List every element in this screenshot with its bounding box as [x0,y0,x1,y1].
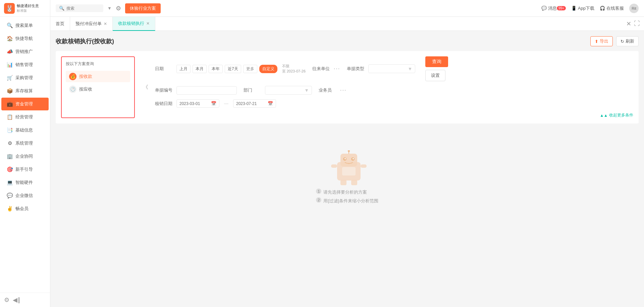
partner-dots-btn[interactable]: ··· [334,66,340,72]
sidebar-item-finance[interactable]: 💼 资金管理 [1,98,49,110]
sidebar-item-hardware[interactable]: 💻 智能硬件 [1,176,49,189]
industry-solution-btn[interactable]: 休验行业方案 [125,3,161,13]
sidebar-item-wechat[interactable]: 💬 企业微信 [1,189,49,202]
verify-date-end-wrap[interactable]: 📅 [233,99,276,108]
system-icon: ⚙ [7,140,13,146]
svg-rect-8 [331,164,337,168]
sidebar: 🐰 畅捷通好生意 标准版 🔍 搜索菜单 🏠 快捷导航 📣 营销推广 📊 销售管理… [0,0,50,307]
search-icon: 🔍 [59,6,64,11]
date-filter: 上月 本月 本年 近7天 更多 自定义 [176,65,277,73]
sidebar-nav: 🔍 搜索菜单 🏠 快捷导航 📣 营销推广 📊 销售管理 🛒 采购管理 📦 库存核… [0,17,50,293]
settings-gear-icon[interactable]: ⚙ [4,296,9,304]
dept-select[interactable]: ▼ [265,86,312,95]
sidebar-item-member[interactable]: ✌ 畅会员 [1,202,49,215]
verify-date-label: 核销日期 [155,101,174,107]
tab-close-receipt[interactable]: ✕ [146,21,150,26]
refresh-btn[interactable]: ↻ 刷新 [616,36,639,46]
enterprise-icon: 🏢 [7,153,13,159]
partner-label: 往来单位 [312,66,331,72]
doc-type-field: 单据类型 ▼ [347,64,415,73]
user-avatar: Rit [629,4,639,13]
sidebar-item-system[interactable]: ⚙ 系统管理 [1,137,49,150]
page-content: 收款核销执行(按收款) ⬆ 导出 ↻ 刷新 按以下方案查询 💰 按收款 [50,31,644,307]
message-btn[interactable]: 💬 消息 99+ [541,5,566,11]
date-btn-last-month[interactable]: 上月 [176,65,191,73]
online-service-btn[interactable]: 🎧 在线客服 [600,5,624,11]
tab-close-prepay[interactable]: ✕ [104,21,107,26]
verify-date-start-input[interactable] [179,101,210,106]
search-input[interactable] [66,6,100,11]
sidebar-item-purchase[interactable]: 🛒 采购管理 [1,71,49,84]
wechat-icon: 💬 [7,193,13,199]
sidebar-item-base-info[interactable]: 📑 基础信息 [1,124,49,137]
more-conditions-btn[interactable]: ▲▲ 收起更多条件 [155,112,633,118]
date-btn-this-year[interactable]: 本年 [209,65,223,73]
sidebar-item-inventory[interactable]: 📦 库存核算 [1,85,49,97]
sidebar-item-guide[interactable]: 🎯 新手引导 [1,163,49,176]
tabbar: 首页 预付冲应付单 ✕ 收款核销执行 ✕ ✕ ⛶ [50,17,644,31]
collapse-sidebar-btn[interactable]: ◀‖ [13,296,20,304]
filter-collapse-btn[interactable]: 《 [142,56,150,118]
verify-date-start-wrap[interactable]: 📅 [176,99,219,108]
topbar-search[interactable]: 🔍 [56,4,103,12]
query-buttons: 查询 设置 [425,56,448,81]
sidebar-footer: ⚙ ◀‖ [0,293,50,307]
tab-prepay[interactable]: 预付冲应付单 ✕ [70,17,113,31]
tab-receipt[interactable]: 收款核销执行 ✕ [113,17,155,31]
verify-date-end-input[interactable] [236,101,266,106]
sidebar-item-sales[interactable]: 📊 销售管理 [1,58,49,71]
expand-tab-btn[interactable]: ⛶ [634,20,640,27]
date-btn-last-7days[interactable]: 近7天 [225,65,241,73]
cal-icon-end[interactable]: 📅 [268,101,273,106]
home-icon: 🏠 [7,36,13,42]
user-menu-btn[interactable]: Rit [629,4,639,13]
dept-label: 部门 [244,87,262,93]
by-receipt-icon: 💰 [69,73,76,80]
refresh-icon: ↻ [621,39,624,44]
export-btn[interactable]: ⬆ 导出 [590,36,613,46]
topbar-gear-icon[interactable]: ⚙ [116,5,121,12]
setting-btn[interactable]: 设置 [425,70,445,81]
doc-no-input[interactable] [179,88,234,93]
svg-point-4 [344,158,346,159]
date-btn-this-month[interactable]: 本月 [193,65,207,73]
sidebar-item-marketing[interactable]: 📣 营销推广 [1,45,49,58]
topbar-right: 💬 消息 99+ 📱 App下载 🎧 在线客服 Rit [541,4,639,13]
empty-tips: 1 请先选择要分析的方案 2 用[过滤]条件来缩小分析范围 [316,188,378,205]
topbar-dropdown-icon[interactable]: ▼ [107,6,112,11]
sidebar-item-operations[interactable]: 📋 经营管理 [1,111,49,123]
filter-scheme-panel: 按以下方案查询 💰 按收款 🕐 按应收 [61,56,135,118]
date-btn-more[interactable]: 更多 [243,65,257,73]
app-download-btn[interactable]: 📱 App下载 [571,5,594,11]
select-down-icon: ▼ [408,66,413,71]
page-title: 收款核销执行(按收款) [56,37,114,45]
staff-label: 业务员 [319,87,337,93]
sidebar-logo: 🐰 畅捷通好生意 标准版 [0,0,50,17]
filter-option-by-receipt[interactable]: 💰 按收款 [66,71,130,82]
by-receivable-icon: 🕐 [69,86,76,93]
date-btn-custom[interactable]: 自定义 [259,65,277,73]
staff-dots-btn[interactable]: ··· [340,87,346,93]
guide-icon: 🎯 [7,166,13,172]
doc-no-field: 单据编号 [155,86,237,95]
doc-type-select[interactable]: ▼ [368,64,415,73]
query-btn[interactable]: 查询 [425,56,448,67]
hardware-icon: 💻 [7,180,13,186]
svg-rect-12 [342,167,356,175]
tab-home[interactable]: 首页 [50,17,70,31]
svg-rect-11 [351,180,357,185]
sidebar-item-quick-nav[interactable]: 🏠 快捷导航 [1,32,49,45]
doc-type-label: 单据类型 [347,66,366,72]
sales-icon: 📊 [7,62,13,68]
close-tab-btn[interactable]: ✕ [626,20,631,28]
sidebar-item-search-menu[interactable]: 🔍 搜索菜单 [1,19,49,32]
sidebar-item-enterprise[interactable]: 🏢 企业协同 [1,150,49,163]
doc-no-input-wrap[interactable] [176,86,237,95]
app-badge: 标准版 [17,8,39,13]
member-icon: ✌ [7,206,13,212]
empty-tip-1: 1 请先选择要分析的方案 [316,188,378,197]
filter-option-by-receivable[interactable]: 🕐 按应收 [66,84,130,95]
svg-point-7 [348,150,350,152]
cal-icon-start[interactable]: 📅 [211,101,216,106]
operations-icon: 📋 [7,114,13,120]
